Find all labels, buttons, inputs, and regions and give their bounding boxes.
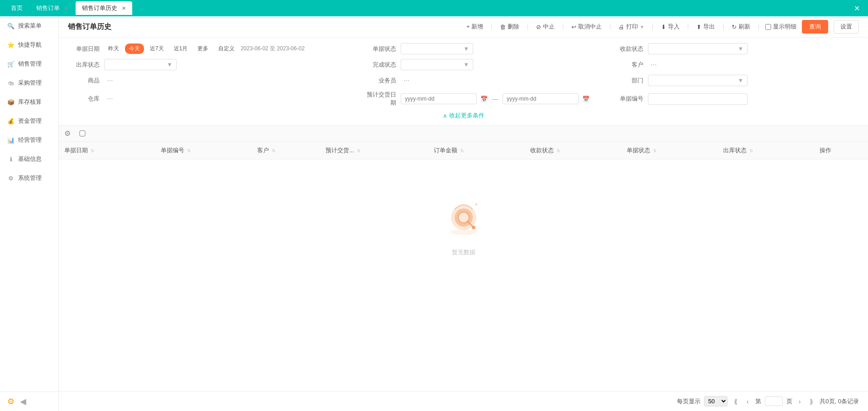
order-no-label: 单据编号: [612, 95, 648, 103]
toolbar: + 新增 🗑 删除 ⊘ 中止 ↩ 取消中止 🖨: [465, 20, 859, 34]
page-last-btn[interactable]: ⟫: [807, 397, 816, 406]
date-btn-custom[interactable]: 自定义: [214, 44, 239, 54]
export-btn[interactable]: ⬆ 导出: [695, 22, 717, 32]
divider-2: [528, 24, 528, 30]
select-all-checkbox[interactable]: [75, 131, 90, 136]
tab-close-sales-order-history[interactable]: ✕: [122, 5, 126, 11]
sidebar-item-inventory[interactable]: 📦 库存核算: [0, 92, 58, 111]
th-order-no[interactable]: 单据编号 ⇅: [155, 142, 252, 160]
divider-8: [758, 24, 759, 30]
th-customer[interactable]: 客户 ⇅: [252, 142, 320, 160]
sort-outbound-icon: ⇅: [749, 148, 753, 153]
calendar-from-icon[interactable]: 📅: [480, 96, 488, 102]
filter-row-2: 出库状态 ▼ 完成状态 ▼: [68, 59, 859, 70]
product-dots-btn[interactable]: ···: [104, 77, 115, 85]
filter-col-salesman: 业务员 ···: [364, 77, 612, 85]
date-btn-7days[interactable]: 近7天: [146, 44, 168, 54]
tab-sales-order[interactable]: 销售订单 ✕: [30, 1, 75, 15]
filter-row-1: 单据日期 昨天 今天 近7天 近1月 更多 自定义 2023-06-02 至 2…: [68, 43, 859, 54]
tab-sales-order-history[interactable]: 销售订单历史 ✕: [76, 1, 132, 15]
sidebar-item-purchase[interactable]: 🛍 采购管理: [0, 73, 58, 92]
th-outbound-status[interactable]: 出库状态 ⇅: [718, 142, 814, 160]
warehouse-dots-btn[interactable]: ···: [104, 95, 115, 103]
page-next-btn[interactable]: ›: [796, 397, 804, 406]
collapse-btn[interactable]: ∧ 收起更多条件: [68, 111, 859, 120]
home-tab[interactable]: 首页: [5, 1, 29, 15]
sidebar-item-system[interactable]: ⚙ 系统管理: [0, 169, 58, 188]
dept-arrow: ▼: [738, 77, 743, 84]
stop-btn[interactable]: ⊘ 中止: [534, 22, 556, 32]
receipt-status-select[interactable]: ▼: [648, 43, 748, 54]
th-amount[interactable]: 订单金额 ⇅: [428, 142, 525, 160]
sidebar-gear-icon[interactable]: ⚙: [7, 396, 14, 406]
pagination: 每页显示 50 10 20 100 ⟪ ‹ 第 1 页 › ⟫ 共0页, 0条记…: [59, 391, 868, 411]
order-no-input[interactable]: [648, 93, 748, 105]
query-btn[interactable]: 查询: [802, 20, 828, 34]
date-label: 单据日期: [68, 45, 104, 53]
delivery-date-to[interactable]: [503, 93, 579, 104]
new-btn[interactable]: + 新增: [465, 22, 485, 32]
date-btn-more[interactable]: 更多: [193, 44, 212, 54]
sort-status-icon: ⇅: [653, 148, 657, 153]
customer-dots-btn[interactable]: ···: [648, 61, 659, 69]
th-receipt-status[interactable]: 收款状态 ⇅: [525, 142, 621, 160]
search-icon: 🔍: [7, 22, 14, 29]
sort-delivery-icon: ⇅: [357, 148, 360, 153]
dept-select[interactable]: ▼: [648, 75, 748, 86]
th-action: 操作: [814, 142, 868, 160]
outbound-status-select[interactable]: ▼: [104, 59, 177, 70]
date-btn-yesterday[interactable]: 昨天: [104, 44, 123, 54]
sidebar-item-sales[interactable]: 🛒 销售管理: [0, 54, 58, 73]
show-detail-checkbox[interactable]: 显示明细: [765, 23, 796, 31]
top-close-btn[interactable]: ✕: [850, 4, 863, 13]
tab-close-sales-order[interactable]: ✕: [64, 5, 68, 11]
salesman-dots-btn[interactable]: ···: [401, 77, 412, 85]
content-area: 销售订单历史 + 新增 🗑 删除 ⊘ 中止 ↩ 取消中止: [59, 16, 868, 411]
date-btn-1month[interactable]: 近1月: [170, 44, 192, 54]
sidebar-item-basic[interactable]: ℹ 基础信息: [0, 150, 58, 169]
table-gear-btn[interactable]: ⚙: [64, 129, 71, 138]
empty-text: 暂无数据: [452, 248, 475, 256]
import-btn[interactable]: ⬇ 导入: [659, 22, 681, 32]
quicknav-icon: ⭐: [7, 41, 14, 48]
page-input[interactable]: 1: [765, 396, 783, 406]
delete-btn[interactable]: 🗑 删除: [498, 22, 521, 32]
cancel-stop-btn[interactable]: ↩ 取消中止: [570, 22, 604, 32]
salesman-label: 业务员: [364, 77, 401, 85]
page-prev-btn[interactable]: ‹: [744, 397, 752, 406]
warehouse-label: 仓库: [68, 95, 104, 103]
calendar-to-icon[interactable]: 📅: [582, 96, 590, 102]
sidebar-collapse-icon[interactable]: ◀: [20, 396, 26, 406]
receipt-status-filter: ▼: [648, 43, 859, 54]
outbound-filter: ▼: [104, 59, 364, 70]
print-arrow-icon: ▼: [640, 24, 644, 29]
filter-col-status: 单据状态 ▼: [364, 43, 612, 54]
page-first-btn[interactable]: ⟪: [731, 397, 740, 406]
set-btn[interactable]: 设置: [834, 20, 859, 34]
complete-status-select[interactable]: ▼: [401, 59, 473, 70]
filter-col-complete: 完成状态 ▼: [364, 59, 612, 70]
sidebar-item-quicknav[interactable]: ⭐ 快捷导航: [0, 35, 58, 54]
svg-point-5: [472, 226, 475, 229]
page-size-select[interactable]: 50 10 20 100: [704, 396, 728, 406]
refresh-icon: ↻: [732, 24, 737, 30]
sidebar-item-search[interactable]: 🔍 搜索菜单: [0, 16, 58, 35]
refresh-btn[interactable]: ↻ 刷新: [730, 22, 752, 32]
th-order-status[interactable]: 单据状态 ⇅: [621, 142, 718, 160]
th-delivery-date[interactable]: 预计交货... ⇅: [320, 142, 428, 160]
date-btn-today[interactable]: 今天: [125, 44, 144, 54]
date-filter-control: 昨天 今天 近7天 近1月 更多 自定义 2023-06-02 至 2023-0…: [104, 44, 364, 54]
import-icon: ⬇: [661, 24, 666, 30]
table-header-row: 单据日期 ⇅ 单据编号 ⇅ 客户 ⇅ 预计交货...: [59, 142, 868, 160]
delivery-date-filter: 📅 — 📅: [401, 93, 612, 104]
show-detail-input[interactable]: [765, 24, 771, 30]
filter-col-product: 商品 ···: [68, 77, 364, 85]
status-select[interactable]: ▼: [401, 43, 473, 54]
sidebar-item-management[interactable]: 📊 经营管理: [0, 131, 58, 150]
print-btn[interactable]: 🖨 打印 ▼: [617, 22, 646, 32]
sidebar-item-finance[interactable]: 💰 资金管理: [0, 111, 58, 131]
sales-icon: 🛒: [7, 60, 14, 68]
th-date[interactable]: 单据日期 ⇅: [59, 142, 155, 160]
empty-state: 暂无数据: [59, 160, 868, 293]
delivery-date-from[interactable]: [401, 93, 477, 104]
